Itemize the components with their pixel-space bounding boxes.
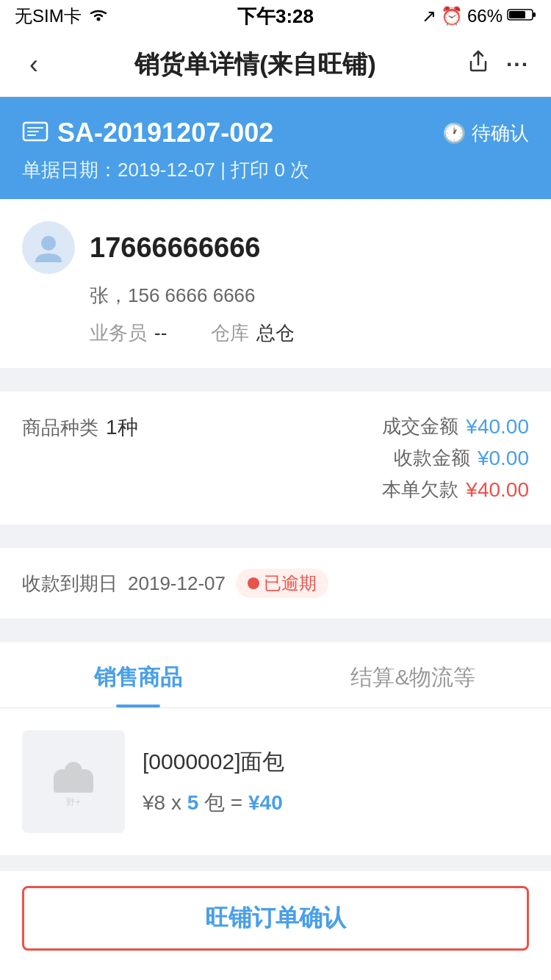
product-quantity: 5 [187, 791, 199, 814]
customer-meta: 业务员 -- 仓库 总仓 [22, 320, 529, 346]
location-icon: ↗ [422, 6, 436, 26]
order-id: SA-20191207-002 [22, 118, 273, 148]
customer-phone: 17666666666 [90, 232, 260, 264]
tab-settlement-label: 结算&物流等 [350, 665, 475, 689]
due-date-label: 收款到期日 [22, 571, 118, 597]
product-info: [0000002]面包 ¥8 x 5 包 = ¥40 [143, 747, 529, 817]
tabs-section: 销售商品 结算&物流等 [0, 642, 551, 708]
product-item: 野+ [0000002]面包 ¥8 x 5 包 = ¥40 [22, 730, 529, 833]
financial-stats: 成交金额 ¥40.00 收款金额 ¥0.00 本单欠款 ¥40.00 [276, 414, 529, 502]
status-bar-time: 下午3:28 [237, 4, 314, 29]
svg-point-5 [41, 236, 56, 251]
carrier-text: 无SIM卡 [15, 4, 82, 28]
order-header: SA-20191207-002 🕐 待确认 单据日期：2019-12-07 | … [0, 97, 551, 199]
tab-products-label: 销售商品 [94, 665, 182, 689]
divider-1 [0, 380, 551, 392]
confirm-order-button[interactable]: 旺铺订单确认 [22, 886, 529, 951]
overdue-text: 已逾期 [264, 572, 317, 595]
share-button[interactable] [465, 48, 491, 81]
confirm-order-label: 旺铺订单确认 [205, 902, 346, 934]
received-value: ¥0.00 [478, 447, 529, 470]
overdue-dot-icon [248, 577, 259, 589]
status-clock-icon: 🕐 [442, 122, 466, 145]
product-type: 商品种类 1种 [22, 414, 276, 442]
status-bar: 无SIM卡 下午3:28 ↗ ⏰ 66% [0, 0, 551, 32]
owed-value: ¥40.00 [466, 478, 529, 502]
due-date-section: 收款到期日 2019-12-07 已逾期 [0, 548, 551, 619]
order-icon [22, 118, 48, 148]
product-name: [0000002]面包 [143, 747, 529, 777]
stats-section: 商品种类 1种 成交金额 ¥40.00 收款金额 ¥0.00 本单欠款 ¥40.… [0, 392, 551, 525]
nav-bar: ‹ 销货单详情(来自旺铺) ··· [0, 32, 551, 97]
alarm-icon: ⏰ [441, 6, 463, 26]
divider-2 [0, 536, 551, 548]
order-number: SA-20191207-002 [57, 118, 273, 148]
received-label: 收款金额 [394, 445, 470, 471]
product-unit: 包 [204, 791, 225, 814]
product-total: ¥40 [248, 791, 283, 814]
sales-rep-value: -- [154, 322, 167, 345]
due-date-value: 2019-12-07 [128, 572, 226, 595]
amount-value: ¥40.00 [466, 415, 529, 439]
product-thumbnail: 野+ [22, 730, 125, 833]
more-button[interactable]: ··· [506, 52, 529, 77]
amount-label: 成交金额 [382, 414, 458, 439]
status-bar-left: 无SIM卡 [15, 4, 109, 28]
order-date: 单据日期：2019-12-07 | 打印 0 次 [22, 157, 529, 183]
sales-rep: 业务员 -- [90, 320, 167, 346]
svg-text:野+: 野+ [66, 797, 80, 807]
page-title: 销货单详情(来自旺铺) [134, 48, 376, 82]
svg-point-8 [65, 762, 82, 779]
warehouse-label: 仓库 [211, 320, 249, 346]
status-text: 待确认 [472, 120, 529, 146]
battery-icon [507, 6, 536, 26]
tab-products[interactable]: 销售商品 [0, 642, 276, 707]
customer-section: 17666666666 张，156 6666 6666 业务员 -- 仓库 总仓 [0, 199, 551, 368]
svg-rect-3 [509, 11, 525, 18]
product-type-value: 1种 [106, 414, 138, 442]
overdue-badge: 已逾期 [236, 569, 328, 598]
order-status: 🕐 待确认 [442, 120, 529, 146]
owed-row: 本单欠款 ¥40.00 [382, 477, 529, 502]
wifi-icon [87, 6, 109, 26]
battery-text: 66% [467, 6, 503, 26]
tabs: 销售商品 结算&物流等 [0, 642, 551, 707]
bottom-bar: 旺铺订单确认 [0, 871, 551, 980]
warehouse-value: 总仓 [256, 320, 295, 346]
sales-rep-label: 业务员 [90, 320, 147, 346]
product-price-formula: ¥8 x 5 包 = ¥40 [143, 789, 529, 817]
received-row: 收款金额 ¥0.00 [394, 445, 529, 471]
svg-point-0 [96, 18, 100, 21]
divider-3 [0, 619, 551, 630]
svg-rect-9 [54, 778, 93, 793]
nav-actions: ··· [465, 48, 529, 81]
amount-row: 成交金额 ¥40.00 [382, 414, 529, 439]
warehouse: 仓库 总仓 [211, 320, 295, 346]
product-section: 野+ [0000002]面包 ¥8 x 5 包 = ¥40 [0, 708, 551, 855]
tab-settlement[interactable]: 结算&物流等 [276, 642, 551, 707]
customer-avatar [22, 221, 75, 274]
svg-rect-2 [533, 12, 536, 17]
status-bar-right: ↗ ⏰ 66% [422, 6, 536, 26]
customer-contact: 张，156 6666 6666 [22, 283, 529, 309]
product-unit-price: ¥8 [143, 791, 165, 814]
back-button[interactable]: ‹ [22, 42, 46, 87]
owed-label: 本单欠款 [382, 477, 458, 502]
product-type-label: 商品种类 [22, 415, 98, 441]
